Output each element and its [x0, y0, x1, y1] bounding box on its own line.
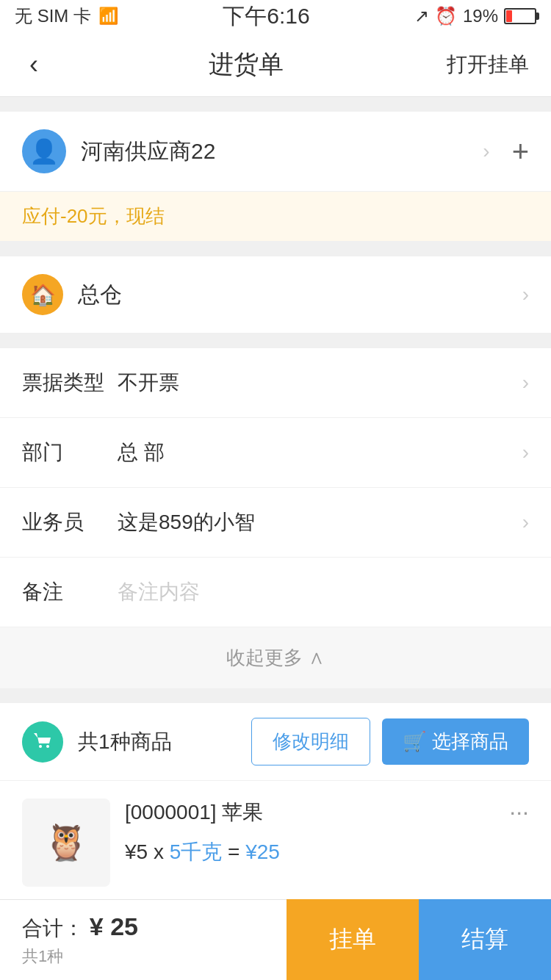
supplier-alert: 应付-20元，现结: [0, 192, 551, 242]
page-title: 进货单: [209, 48, 284, 82]
warehouse-row[interactable]: 🏠 总仓 ›: [0, 256, 551, 334]
invoice-type-row[interactable]: 票据类型 不开票 ›: [0, 348, 551, 418]
price-total: ¥25: [245, 840, 280, 863]
location-icon: ↗: [414, 6, 429, 26]
footer-total-main: 合计： ¥ 25: [22, 912, 264, 943]
product-price: ¥5 x 5千克 = ¥25: [125, 838, 494, 866]
product-thumbnail: 🦉: [22, 799, 110, 887]
total-label: 合计：: [22, 917, 84, 940]
salesperson-value: 这是859的小智: [118, 508, 522, 536]
supplier-avatar: 👤: [22, 129, 66, 173]
invoice-type-chevron-icon: ›: [522, 371, 529, 394]
footer: 合计： ¥ 25 共1种 挂单 结算: [0, 899, 551, 980]
warehouse-chevron-icon: ›: [522, 283, 529, 306]
section-divider-2: [0, 334, 551, 348]
collapse-row[interactable]: 收起更多 ∧: [0, 627, 551, 688]
salesperson-chevron-icon: ›: [522, 511, 529, 534]
department-value: 总 部: [118, 439, 522, 466]
wifi-icon: 📶: [98, 7, 118, 26]
status-time: 下午6:16: [223, 1, 309, 32]
pending-button[interactable]: 挂单: [287, 899, 419, 980]
product-code: [0000001] 苹果: [125, 801, 263, 824]
form-section: 票据类型 不开票 › 部门 总 部 › 业务员 这是859的小智 › 备注 备注…: [0, 348, 551, 688]
price-quantity: 5千克: [170, 840, 223, 863]
nav-bar: ‹ 进货单 打开挂单: [0, 32, 551, 97]
supplier-row[interactable]: 👤 河南供应商22 › +: [0, 112, 551, 192]
product-count: 共1种商品: [78, 728, 251, 756]
total-amount: ¥ 25: [90, 912, 138, 940]
carrier-label: 无 SIM 卡: [15, 4, 91, 28]
invoice-type-value: 不开票: [118, 369, 522, 397]
footer-total-sub: 共1种: [22, 945, 264, 968]
separator-top: [0, 97, 551, 112]
collapse-label: 收起更多 ∧: [226, 645, 324, 671]
salesperson-label: 业务员: [22, 508, 118, 536]
department-row[interactable]: 部门 总 部 ›: [0, 418, 551, 488]
alarm-icon: ⏰: [435, 6, 457, 26]
back-button[interactable]: ‹: [22, 42, 46, 87]
section-divider-3: [0, 688, 551, 703]
home-icon: 🏠: [30, 283, 56, 307]
checkout-button[interactable]: 结算: [419, 899, 551, 980]
status-right: ↗ ⏰ 19%: [414, 6, 536, 26]
remark-label: 备注: [22, 578, 118, 606]
battery-label: 19%: [463, 6, 498, 26]
modify-detail-button[interactable]: 修改明细: [251, 718, 370, 765]
product-section: 共1种商品 修改明细 🛒 选择商品 🦉 [0000001] 苹果 ¥5 x 5千…: [0, 703, 551, 905]
remark-row[interactable]: 备注 备注内容: [0, 558, 551, 627]
select-label: 选择商品: [432, 729, 508, 754]
salesperson-row[interactable]: 业务员 这是859的小智 ›: [0, 488, 551, 558]
invoice-type-label: 票据类型: [22, 369, 118, 397]
open-pending-button[interactable]: 打开挂单: [447, 51, 529, 79]
product-item: 🦉 [0000001] 苹果 ¥5 x 5千克 = ¥25 ···: [0, 781, 551, 905]
status-bar: 无 SIM 卡 📶 下午6:16 ↗ ⏰ 19%: [0, 0, 551, 32]
add-button[interactable]: +: [512, 135, 529, 168]
product-info: [0000001] 苹果 ¥5 x 5千克 = ¥25: [125, 799, 494, 866]
battery-icon: [504, 8, 536, 24]
supplier-section: 👤 河南供应商22 › + 应付-20元，现结: [0, 112, 551, 242]
svg-point-0: [39, 745, 42, 748]
svg-point-1: [46, 745, 49, 748]
price-equals: =: [228, 840, 245, 863]
product-icon: [22, 721, 63, 763]
supplier-name: 河南供应商22: [81, 137, 483, 167]
product-name: [0000001] 苹果: [125, 799, 494, 826]
footer-total: 合计： ¥ 25 共1种: [0, 899, 287, 980]
product-header: 共1种商品 修改明细 🛒 选择商品: [0, 703, 551, 781]
department-chevron-icon: ›: [522, 441, 529, 464]
product-more-button[interactable]: ···: [509, 799, 529, 826]
user-icon: 👤: [29, 137, 59, 165]
product-owl-icon: 🦉: [44, 822, 88, 863]
supplier-chevron-icon: ›: [483, 140, 489, 163]
select-icon: 🛒: [403, 730, 426, 753]
warehouse-icon: 🏠: [22, 274, 63, 315]
warehouse-name: 总仓: [78, 280, 522, 310]
status-left: 无 SIM 卡 📶: [15, 4, 118, 28]
select-product-button[interactable]: 🛒 选择商品: [382, 718, 529, 765]
warehouse-section: 🏠 总仓 ›: [0, 256, 551, 334]
department-label: 部门: [22, 439, 118, 466]
remark-input[interactable]: 备注内容: [118, 578, 529, 606]
price-unit: ¥5 x: [125, 840, 170, 863]
cart-icon: [31, 730, 54, 754]
section-divider-1: [0, 242, 551, 256]
